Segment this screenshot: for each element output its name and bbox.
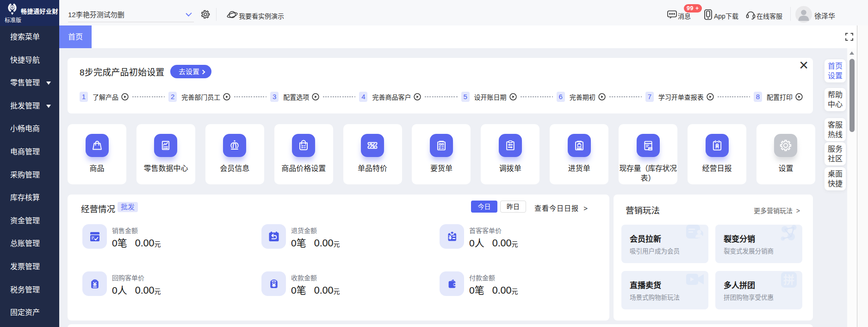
svg-text:拼: 拼 — [783, 274, 794, 286]
